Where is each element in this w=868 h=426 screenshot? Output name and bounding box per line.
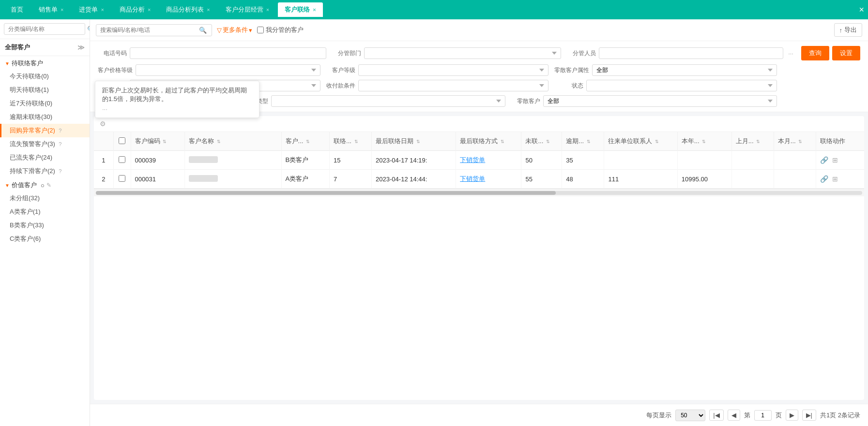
method-link-2[interactable]: 下销货单 <box>460 175 485 182</box>
action-icons-1: 🔗 ⊞ <box>820 156 860 164</box>
close-icon-product-list[interactable]: × <box>207 7 210 13</box>
status-select[interactable] <box>586 80 777 91</box>
export-button[interactable]: ↑ 导出 <box>834 23 863 37</box>
value-group-refresh-icon[interactable]: ○ <box>41 182 45 189</box>
sort-icon-thismonth[interactable]: ⇅ <box>798 139 802 144</box>
method-link-1[interactable]: 下销货单 <box>460 156 485 163</box>
sort-icon-method[interactable]: ⇅ <box>501 139 504 144</box>
row-checkbox-2[interactable] <box>119 175 125 182</box>
select-all-checkbox[interactable] <box>119 137 125 144</box>
sort-icon-code[interactable]: ⇅ <box>163 139 167 144</box>
nav-item-customer-contact[interactable]: 客户联络 × <box>278 2 322 17</box>
close-icon-purchase[interactable]: × <box>101 7 104 13</box>
sidebar-item-7days[interactable]: 近7天待联络(0) <box>0 97 90 110</box>
cell-contact-2: 7 <box>330 170 372 189</box>
close-icon-customer-contact[interactable]: × <box>313 7 316 13</box>
action-grid-icon-1[interactable]: ⊞ <box>832 156 838 164</box>
sidebar-item-class-c[interactable]: C类客户(6) <box>0 232 90 246</box>
phone-input[interactable] <box>130 47 326 59</box>
col-header-type: 客户... ⇅ <box>281 132 330 151</box>
value-group-edit-icon[interactable]: ✎ <box>46 182 51 189</box>
page-number-input[interactable] <box>754 410 772 421</box>
col-header-check <box>113 132 131 151</box>
sort-icon-type[interactable]: ⇅ <box>306 139 310 144</box>
action-link-icon-2[interactable]: 🔗 <box>820 175 828 183</box>
next-page-button[interactable]: ▶ <box>786 410 798 421</box>
nav-item-home[interactable]: 首页 <box>4 2 30 17</box>
top-navigation: 首页 销售单 × 进货单 × 商品分析 × 商品分析列表 × 客户分层经营 × … <box>0 0 868 19</box>
sidebar-item-today[interactable]: 今天待联络(0) <box>0 70 90 83</box>
retail-attr-select[interactable]: 全部 <box>592 64 777 76</box>
sort-icon-contact[interactable]: ⇅ <box>354 139 358 144</box>
customer-name-blur-1 <box>189 156 218 163</box>
search-input[interactable] <box>100 27 197 33</box>
filter-bar-right: ↑ 导出 <box>834 23 863 37</box>
filter-bar: 🔍 ▽ 更多条件 ▾ 我分管的客户 ↑ 导出 <box>90 19 868 41</box>
close-icon-product-analysis[interactable]: × <box>148 7 151 13</box>
sidebar-search-area: 🔍 <box>0 19 90 39</box>
sort-icon-thisyear[interactable]: ⇅ <box>702 139 706 144</box>
sidebar-item-lost[interactable]: 已流失客户(24) <box>0 151 90 164</box>
sidebar-pending-section[interactable]: ▼ 待联络客户 <box>0 56 90 70</box>
sidebar-item-class-b[interactable]: B类客户(33) <box>0 219 90 232</box>
manager-dots-button[interactable]: ··· <box>786 48 795 59</box>
retail-customer-select[interactable]: 全部 <box>543 95 777 107</box>
action-grid-icon-2[interactable]: ⊞ <box>832 175 838 183</box>
close-icon-sales[interactable]: × <box>61 7 63 13</box>
retail-attr-label: 零散客户属性 <box>554 66 589 74</box>
first-page-button[interactable]: |◀ <box>709 410 723 421</box>
sidebar-item-declining[interactable]: 持续下滑客户(2) ? <box>0 164 90 178</box>
nav-item-product-list[interactable]: 商品分析列表 × <box>159 2 216 17</box>
sort-icon-name[interactable]: ⇅ <box>217 139 221 144</box>
sort-icon-overdue[interactable]: ⇅ <box>587 139 591 144</box>
close-icon-customer-tier[interactable]: × <box>266 7 269 13</box>
payment-select[interactable] <box>358 80 549 91</box>
customer-level-select[interactable] <box>358 64 549 76</box>
sidebar-item-overdue[interactable]: 逾期未联络(30) <box>0 110 90 124</box>
nav-item-customer-tier[interactable]: 客户分层经营 × <box>219 2 276 17</box>
sidebar-item-lost-pre[interactable]: 流失预警客户(3) ? <box>0 137 90 151</box>
filter-field-phone: 电话号码 <box>98 47 326 59</box>
dept-select[interactable] <box>364 47 561 59</box>
nav-label-sales: 销售单 <box>39 5 58 14</box>
search-icon[interactable]: 🔍 <box>199 27 207 34</box>
action-link-icon-1[interactable]: 🔗 <box>820 156 828 164</box>
cell-action-2: 🔗 ⊞ <box>816 170 864 189</box>
price-level-select[interactable] <box>136 64 320 76</box>
horizontal-scrollbar[interactable] <box>94 189 864 196</box>
sidebar-item-tomorrow[interactable]: 明天待联络(1) <box>0 83 90 97</box>
filter-row-1: 电话号码 分管部门 分管人员 ··· 查询 <box>98 46 860 60</box>
sidebar-item-class-a[interactable]: A类客户(1) <box>0 205 90 219</box>
col-header-overdue: 逾期... ⇅ <box>562 132 604 151</box>
sort-icon-partner[interactable]: ⇅ <box>655 139 659 144</box>
customer-type-select[interactable] <box>271 95 505 107</box>
window-close-button[interactable]: × <box>859 5 864 15</box>
sidebar-search-input[interactable] <box>4 23 85 35</box>
abnormal-help-icon: ? <box>59 128 61 133</box>
sidebar-collapse-button[interactable]: ≫ <box>77 44 85 51</box>
nav-item-product-analysis[interactable]: 商品分析 × <box>113 2 157 17</box>
sidebar-value-group-header[interactable]: ▼ 价值客户 ○ ✎ <box>0 178 90 191</box>
settings-button[interactable]: 设置 <box>832 46 860 60</box>
table-header-row: 客户编码 ⇅ 客户名称 ⇅ 客户... ⇅ 联络... <box>94 132 864 151</box>
per-page-select[interactable]: 50 <box>675 410 705 421</box>
sidebar-item-ungrouped[interactable]: 未分组(32) <box>0 191 90 205</box>
cell-thisyear-2: 10995.00 <box>677 170 731 189</box>
cell-contact-1: 15 <box>330 151 372 170</box>
row-checkbox-1[interactable] <box>119 156 125 163</box>
my-customers-checkbox[interactable] <box>257 27 264 33</box>
declining-help-icon: ? <box>59 168 61 174</box>
sort-icon-lastmonth[interactable]: ⇅ <box>756 139 760 144</box>
sort-icon-uncontact[interactable]: ⇅ <box>546 139 550 144</box>
manager-input[interactable] <box>599 47 783 59</box>
cell-date-1: 2023-04-17 14:19: <box>372 151 456 170</box>
table-settings-icon[interactable]: ⚙ <box>100 120 106 128</box>
nav-item-sales[interactable]: 销售单 × <box>32 2 70 17</box>
sidebar-item-abnormal[interactable]: 回购异常客户(2) ? <box>0 124 90 137</box>
more-conditions-button[interactable]: ▽ 更多条件 ▾ <box>217 26 252 34</box>
sort-icon-date[interactable]: ⇅ <box>416 139 420 144</box>
query-button[interactable]: 查询 <box>801 46 829 60</box>
prev-page-button[interactable]: ◀ <box>728 410 740 421</box>
nav-item-purchase[interactable]: 进货单 × <box>72 2 110 17</box>
last-page-button[interactable]: ▶| <box>802 410 816 421</box>
